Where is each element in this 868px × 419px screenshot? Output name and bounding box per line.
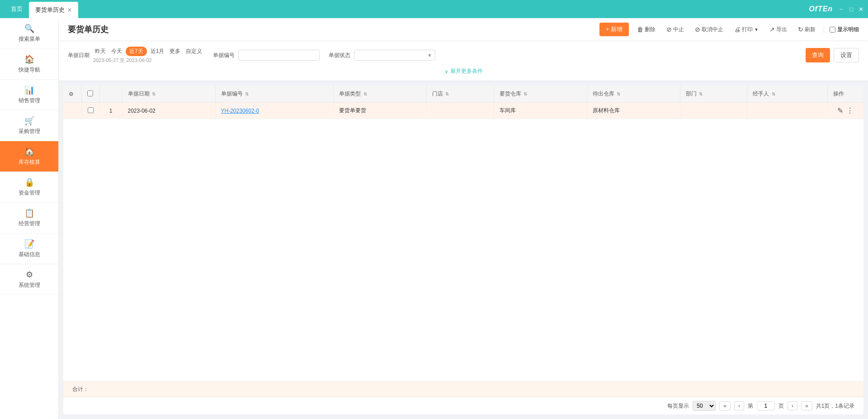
pagination-bar: 每页显示 20 50 100 200 « ‹ 第 页 › » 共1页，1条记录 bbox=[63, 397, 863, 414]
summary-label: 合计： bbox=[72, 386, 89, 392]
brand-text: OfTEn bbox=[809, 5, 833, 13]
cancel-stop-button[interactable]: ⊘ 取消中止 bbox=[692, 24, 726, 35]
select-all-checkbox[interactable] bbox=[87, 90, 93, 96]
minimize-icon[interactable]: － bbox=[838, 5, 844, 13]
page-title: 要货单历史 bbox=[68, 24, 108, 35]
home-icon: 🏠 bbox=[24, 54, 34, 64]
sidebar-item-inventory[interactable]: 🏠 库存核算 bbox=[0, 141, 58, 172]
doc-no-filter-group: 单据编号 bbox=[213, 50, 320, 61]
date-btn-today[interactable]: 今天 bbox=[109, 47, 124, 56]
sort-pending-warehouse-icon[interactable]: ⇅ bbox=[617, 91, 620, 96]
th-department: 部门 ⇅ bbox=[680, 86, 747, 103]
sort-store-icon[interactable]: ⇅ bbox=[445, 91, 449, 96]
sidebar-item-label: 经营管理 bbox=[19, 220, 40, 228]
export-button[interactable]: ↗ 导出 bbox=[767, 24, 790, 35]
doc-no-input[interactable] bbox=[238, 50, 320, 61]
maximize-icon[interactable]: □ bbox=[849, 6, 853, 13]
sidebar-item-label: 基础信息 bbox=[19, 251, 40, 258]
filter-action-buttons: 查询 设置 bbox=[806, 48, 859, 62]
date-btn-more[interactable]: 更多 bbox=[168, 47, 182, 56]
gear-icon: ⚙ bbox=[26, 270, 33, 280]
th-settings: ⚙ bbox=[63, 86, 81, 103]
sort-doctype-icon[interactable]: ⇅ bbox=[363, 91, 367, 96]
date-filter-group: 单据日期 昨天 今天 近7天 近1月 更多 自定义 2023-05-27 至 2… bbox=[68, 47, 204, 64]
more-ops-icon[interactable]: ⋮ bbox=[846, 107, 854, 114]
operation-icon: 📋 bbox=[24, 208, 34, 218]
print-button[interactable]: 🖨 打印 ▼ bbox=[731, 24, 761, 35]
sidebar-item-search[interactable]: 🔍 搜索菜单 bbox=[0, 18, 58, 49]
lock-icon: 🔒 bbox=[24, 177, 34, 187]
prev-page-button[interactable]: ‹ bbox=[734, 401, 744, 410]
sort-department-icon[interactable]: ⇅ bbox=[699, 91, 703, 96]
close-window-icon[interactable]: ✕ bbox=[859, 6, 863, 13]
main-layout: 🔍 搜索菜单 🏠 快捷导航 📊 销售管理 🛒 采购管理 🏠 库存核算 🔒 资金管… bbox=[0, 18, 868, 419]
td-doc-no: YH-20230602-0 bbox=[215, 103, 334, 119]
page-label: 第 bbox=[748, 402, 753, 410]
data-table: ⚙ 单据日期 ⇅ 单据编号 bbox=[63, 86, 863, 119]
sidebar-item-label: 销售管理 bbox=[19, 97, 40, 105]
date-filter-buttons: 昨天 今天 近7天 近1月 更多 自定义 bbox=[93, 47, 204, 56]
doc-no-link[interactable]: YH-20230602-0 bbox=[221, 108, 259, 114]
sidebar-item-purchase[interactable]: 🛒 采购管理 bbox=[0, 110, 58, 141]
next-page-button[interactable]: › bbox=[788, 401, 797, 410]
per-page-select[interactable]: 20 50 100 200 bbox=[693, 401, 716, 411]
chart-icon: 📊 bbox=[24, 85, 34, 95]
per-page-label: 每页显示 bbox=[667, 402, 689, 410]
sort-req-warehouse-icon[interactable]: ⇅ bbox=[524, 91, 527, 96]
sidebar-item-basic[interactable]: 📝 基础信息 bbox=[0, 233, 58, 264]
table-header-row: ⚙ 单据日期 ⇅ 单据编号 bbox=[63, 86, 863, 103]
row-checkbox[interactable] bbox=[88, 107, 94, 113]
sort-date-icon[interactable]: ⇅ bbox=[152, 91, 156, 96]
table-body: 1 2023-06-02 YH-20230602-0 要货单要货 车间库 原材料… bbox=[63, 103, 863, 119]
delete-button[interactable]: 🗑 删除 bbox=[634, 24, 658, 35]
header-actions: + 新增 🗑 删除 ⊘ 中止 ⊘ 取消中止 🖨 打印 ▼ bbox=[599, 23, 859, 36]
td-checkbox bbox=[81, 103, 99, 119]
refresh-button[interactable]: ↻ 刷新 bbox=[795, 24, 818, 35]
edit-icon[interactable]: ✎ bbox=[837, 107, 843, 114]
sidebar-item-label: 快捷导航 bbox=[19, 66, 40, 74]
table-scroll-area: ⚙ 单据日期 ⇅ 单据编号 bbox=[63, 86, 863, 381]
stop-button[interactable]: ⊘ 中止 bbox=[664, 24, 687, 35]
sidebar-item-sales[interactable]: 📊 销售管理 bbox=[0, 80, 58, 110]
inventory-icon: 🏠 bbox=[24, 147, 34, 157]
table-container: ⚙ 单据日期 ⇅ 单据编号 bbox=[63, 86, 863, 414]
date-btn-7days[interactable]: 近7天 bbox=[126, 47, 147, 56]
th-store: 门店 ⇅ bbox=[427, 86, 494, 103]
table-footer: 合计： bbox=[63, 381, 863, 397]
show-detail-checkbox[interactable] bbox=[830, 27, 835, 33]
sort-docno-icon[interactable]: ⇅ bbox=[245, 91, 249, 96]
date-btn-yesterday[interactable]: 昨天 bbox=[93, 47, 108, 56]
query-button[interactable]: 查询 bbox=[806, 48, 830, 62]
tab-history[interactable]: 要货单历史 ✕ bbox=[29, 2, 78, 18]
sidebar-item-shortcut[interactable]: 🏠 快捷导航 bbox=[0, 49, 58, 80]
date-btn-custom[interactable]: 自定义 bbox=[184, 47, 204, 56]
search-icon: 🔍 bbox=[24, 24, 34, 33]
close-tab-icon[interactable]: ✕ bbox=[67, 7, 72, 13]
td-department bbox=[680, 103, 747, 119]
sidebar-item-finance[interactable]: 🔒 资金管理 bbox=[0, 172, 58, 203]
date-btn-1month[interactable]: 近1月 bbox=[149, 47, 166, 56]
expand-more-button[interactable]: ∨ 展开更多条件 bbox=[68, 67, 859, 75]
status-select[interactable] bbox=[354, 50, 435, 61]
last-page-button[interactable]: » bbox=[801, 401, 812, 410]
new-button[interactable]: + 新增 bbox=[599, 23, 629, 36]
sidebar-item-operation[interactable]: 📋 经营管理 bbox=[0, 203, 58, 233]
stop-icon: ⊘ bbox=[666, 26, 672, 33]
td-settings bbox=[63, 103, 81, 119]
show-detail-label[interactable]: 显示明细 bbox=[830, 26, 859, 33]
delete-icon: 🗑 bbox=[637, 26, 643, 33]
td-ops: ✎ ⋮ bbox=[827, 103, 863, 119]
page-input[interactable] bbox=[757, 401, 775, 410]
sort-handler-icon[interactable]: ⇅ bbox=[772, 91, 775, 96]
page-header: 要货单历史 + 新增 🗑 删除 ⊘ 中止 ⊘ 取消中止 🖨 打印 bbox=[59, 18, 868, 41]
table-settings-icon[interactable]: ⚙ bbox=[69, 91, 74, 97]
settings-button[interactable]: 设置 bbox=[834, 48, 859, 62]
first-page-button[interactable]: « bbox=[719, 401, 731, 410]
sidebar-item-system[interactable]: ⚙ 系统管理 bbox=[0, 264, 58, 295]
table-header: ⚙ 单据日期 ⇅ 单据编号 bbox=[63, 86, 863, 103]
th-date: 单据日期 ⇅ bbox=[122, 86, 215, 103]
top-bar-right: OfTEn － □ ✕ bbox=[809, 5, 863, 13]
sidebar: 🔍 搜索菜单 🏠 快捷导航 📊 销售管理 🛒 采购管理 🏠 库存核算 🔒 资金管… bbox=[0, 18, 59, 419]
tab-home[interactable]: 首页 bbox=[5, 0, 29, 18]
th-pending-warehouse: 待出仓库 ⇅ bbox=[587, 86, 680, 103]
